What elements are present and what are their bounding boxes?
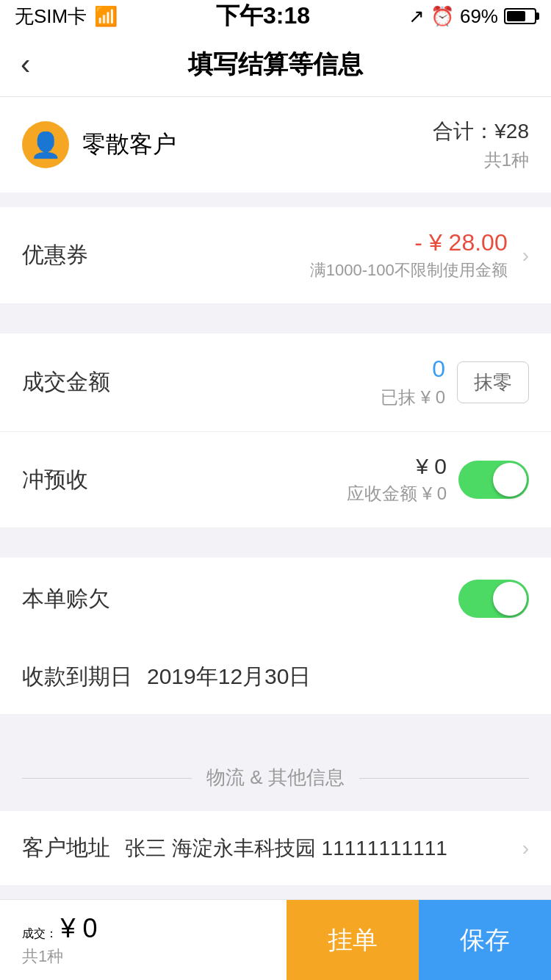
coupon-label: 优惠券 [22, 240, 88, 270]
toggle-knob [493, 463, 527, 497]
divider-1 [0, 319, 551, 334]
prepayment-toggle[interactable] [458, 461, 529, 499]
wifi-icon: 📶 [94, 5, 118, 28]
battery-percent: 69% [460, 5, 498, 28]
location-icon: ↗ [408, 5, 425, 28]
avatar: 👤 [22, 121, 69, 168]
status-bar: 无SIM卡 📶 下午3:18 ↗ ⏰ 69% [0, 0, 551, 32]
logistics-header: 物流 & 其他信息 [0, 744, 551, 811]
hold-button[interactable]: 挂单 [287, 900, 419, 981]
due-date-value: 2019年12月30日 [147, 662, 311, 692]
coupon-right: - ¥ 28.00 满1000-100不限制使用金额 › [310, 229, 529, 281]
battery-icon [504, 8, 536, 24]
prepayment-row: 冲预收 ¥ 0 应收金额 ¥ 0 [0, 432, 551, 528]
due-date-row: 收款到期日 2019年12月30日 [0, 640, 551, 715]
back-icon: ‹ [21, 48, 30, 81]
address-card: 客户地址 张三 海淀永丰科技园 11111111111 › [0, 811, 551, 886]
address-chevron-icon: › [522, 837, 529, 860]
avatar-icon: 👤 [30, 130, 61, 159]
logistics-label: 物流 & 其他信息 [192, 765, 359, 790]
status-time: 下午3:18 [216, 0, 310, 32]
amount-card: 成交金额 0 已抹 ¥ 0 抹零 冲预收 ¥ 0 应收金额 ¥ 0 [0, 334, 551, 528]
debt-label: 本单赊欠 [22, 584, 110, 614]
status-right: ↗ ⏰ 69% [408, 5, 536, 28]
coupon-section: 优惠券 - ¥ 28.00 满1000-100不限制使用金额 › [0, 207, 551, 304]
bottom-summary-count: 共1种 [22, 945, 264, 968]
prepayment-label: 冲预收 [22, 465, 88, 495]
save-button[interactable]: 保存 [419, 900, 551, 981]
prepayment-value: ¥ 0 [416, 454, 447, 479]
debt-row: 本单赊欠 [0, 558, 551, 640]
prepayment-right: ¥ 0 应收金额 ¥ 0 [347, 454, 529, 505]
deal-amount-label: 成交金额 [22, 367, 110, 397]
alarm-icon: ⏰ [431, 5, 454, 28]
customer-name: 零散客户 [82, 129, 176, 161]
page-title: 填写结算等信息 [188, 48, 363, 82]
total-amount-label: 合计：¥28 [433, 118, 529, 145]
nav-bar: ‹ 填写结算等信息 [0, 32, 551, 97]
round-off-button[interactable]: 抹零 [457, 361, 529, 403]
bottom-summary-prefix: 成交： [22, 927, 57, 940]
sim-status: 无SIM卡 [15, 4, 87, 29]
coupon-values: - ¥ 28.00 满1000-100不限制使用金额 [310, 229, 508, 281]
debt-toggle-knob [493, 582, 527, 616]
status-left: 无SIM卡 📶 [15, 4, 118, 29]
battery-fill [507, 11, 525, 21]
bottom-summary-line1: 成交： ¥ 0 [22, 913, 264, 944]
debt-card: 本单赊欠 收款到期日 2019年12月30日 [0, 558, 551, 715]
deal-amount-col: 0 已抹 ¥ 0 [381, 356, 445, 409]
deal-amount-row: 成交金额 0 已抹 ¥ 0 抹零 [0, 334, 551, 432]
customer-row: 👤 零散客户 合计：¥28 共1种 [0, 97, 551, 192]
coupon-row[interactable]: 优惠券 - ¥ 28.00 满1000-100不限制使用金额 › [0, 207, 551, 304]
customer-total: 合计：¥28 共1种 [433, 118, 529, 172]
total-count-label: 共1种 [433, 148, 529, 172]
divider-2 [0, 543, 551, 558]
address-value: 张三 海淀永丰科技园 11111111111 [125, 835, 516, 862]
address-label: 客户地址 [22, 833, 110, 863]
divider-3 [0, 729, 551, 744]
prepayment-col: ¥ 0 应收金额 ¥ 0 [347, 454, 447, 505]
coupon-chevron-icon: › [522, 244, 529, 267]
bottom-bar: 成交： ¥ 0 共1种 挂单 保存 [0, 899, 551, 980]
deal-amount-sub: 已抹 ¥ 0 [381, 386, 445, 409]
address-row[interactable]: 客户地址 张三 海淀永丰科技园 11111111111 › [0, 811, 551, 886]
bottom-summary-amount: ¥ 0 [60, 913, 97, 943]
deal-amount-right: 0 已抹 ¥ 0 抹零 [381, 356, 529, 409]
coupon-discount: - ¥ 28.00 [310, 229, 508, 256]
customer-left: 👤 零散客户 [22, 121, 176, 168]
due-date-label: 收款到期日 [22, 662, 132, 692]
back-button[interactable]: ‹ [21, 48, 30, 81]
prepayment-sub: 应收金额 ¥ 0 [347, 482, 447, 505]
bottom-summary: 成交： ¥ 0 共1种 [0, 913, 287, 968]
content: 👤 零散客户 合计：¥28 共1种 优惠券 - ¥ 28.00 满1000-10… [0, 97, 551, 980]
deal-amount-value: 0 [432, 356, 445, 383]
debt-toggle[interactable] [458, 580, 529, 618]
coupon-description: 满1000-100不限制使用金额 [310, 259, 508, 281]
